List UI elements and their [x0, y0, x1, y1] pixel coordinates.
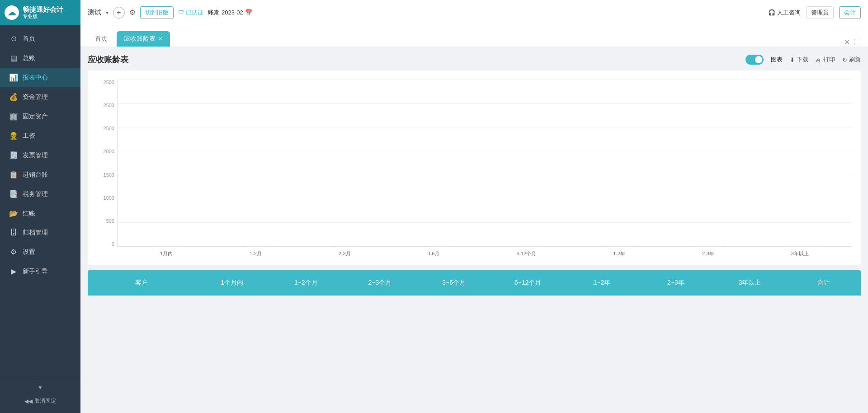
- sidebar-item-home[interactable]: ⊙ 首页: [0, 29, 80, 48]
- print-icon: 🖨: [816, 56, 821, 63]
- th-6-12m: 6~12个月: [491, 279, 565, 287]
- tab-close-all-btn[interactable]: ✕: [844, 38, 850, 47]
- topbar: 测试 ▾ + ⚙ 切到旧版 🛡 已认证 账期 2023-02 📅 🎧 人工咨询 …: [80, 0, 868, 25]
- chart-toggle-label: 图表: [771, 56, 783, 64]
- purchase-sales-icon: 📋: [9, 170, 18, 179]
- payroll-icon: 👷: [9, 131, 18, 140]
- cancel-fixed-btn[interactable]: ◀◀ 取消固定: [0, 394, 80, 408]
- cert-text: 已认证: [186, 9, 203, 17]
- sidebar-item-label: 资金管理: [23, 93, 48, 101]
- tab-close-btn[interactable]: ✕: [158, 36, 163, 42]
- refresh-btn[interactable]: ↻ 刷新: [842, 56, 861, 64]
- download-icon: ⬇: [790, 56, 795, 63]
- sidebar-item-ledger[interactable]: ▤ 总账: [0, 48, 80, 68]
- refresh-icon: ↻: [842, 56, 847, 63]
- sidebar-item-reports[interactable]: 📊 报表中心: [0, 68, 80, 87]
- switch-version-btn[interactable]: 切到旧版: [140, 6, 174, 19]
- ledger-icon: ▤: [9, 54, 18, 62]
- tab-receivable-aging[interactable]: 应收账龄表 ✕: [117, 31, 170, 47]
- cert-status: 🛡 已认证: [178, 9, 203, 17]
- download-btn[interactable]: ⬇ 下载: [790, 56, 808, 64]
- bars-container: [118, 80, 852, 246]
- assets-icon: 🏢: [9, 112, 18, 121]
- sidebar-item-closing[interactable]: 📂 结账: [0, 204, 80, 223]
- sidebar-item-label: 总账: [23, 54, 35, 62]
- reports-icon: 📊: [9, 73, 18, 82]
- bar-group-3-6m: [426, 246, 453, 246]
- sidebar-item-guide[interactable]: ▶ 新手引导: [0, 262, 80, 281]
- bar-group-2-3m: [335, 246, 362, 246]
- sidebar-item-funds[interactable]: 💰 资金管理: [0, 87, 80, 107]
- app-logo-icon: ☁: [5, 5, 19, 20]
- company-dropdown-btn[interactable]: ▾: [106, 9, 108, 16]
- bar-1-2m: [245, 246, 272, 246]
- manager-btn[interactable]: 管理员: [806, 6, 834, 19]
- consult-btn[interactable]: 🎧 人工咨询: [768, 9, 801, 17]
- funds-icon: 💰: [9, 93, 18, 101]
- tax-icon: 📑: [9, 190, 18, 198]
- sidebar-item-purchase-sales[interactable]: 📋 进销台账: [0, 165, 80, 184]
- th-customer: 客户: [88, 279, 195, 287]
- sidebar-item-label: 工资: [23, 132, 35, 140]
- sidebar-item-payroll[interactable]: 👷 工资: [0, 126, 80, 145]
- sidebar-item-label: 首页: [23, 35, 35, 43]
- bar-3plus: [788, 246, 816, 246]
- archive-icon: 🗄: [9, 229, 18, 237]
- sidebar-item-settings[interactable]: ⚙ 设置: [0, 242, 80, 262]
- bar-group-2-3y: [698, 246, 725, 246]
- company-name: 测试: [88, 8, 101, 17]
- bar-1-2y: [607, 246, 634, 246]
- sidebar-nav: ⊙ 首页 ▤ 总账 📊 报表中心 💰 资金管理 🏢 固定资产 👷 工资: [0, 25, 80, 377]
- sidebar-item-assets[interactable]: 🏢 固定资产: [0, 107, 80, 126]
- print-btn[interactable]: 🖨 打印: [816, 56, 835, 64]
- app-name: 畅捷通好会计 专业版: [23, 5, 63, 19]
- tab-home[interactable]: 首页: [88, 31, 115, 47]
- sidebar-item-archive[interactable]: 🗄 归档管理: [0, 223, 80, 242]
- scroll-down-btn[interactable]: ▼: [0, 382, 80, 394]
- th-1-2m: 1~2个月: [269, 279, 343, 287]
- sidebar-item-label: 发票管理: [23, 151, 48, 160]
- consult-label: 人工咨询: [777, 9, 801, 17]
- bar-1m: [154, 246, 181, 246]
- accounting-period: 账期 2023-02 📅: [208, 9, 252, 17]
- th-1-2y: 1~2年: [565, 279, 639, 287]
- main-area: 测试 ▾ + ⚙ 切到旧版 🛡 已认证 账期 2023-02 📅 🎧 人工咨询 …: [80, 0, 868, 413]
- add-company-btn[interactable]: +: [113, 7, 125, 19]
- sidebar-item-tax[interactable]: 📑 税务管理: [0, 184, 80, 204]
- accountant-btn[interactable]: 会计: [839, 6, 861, 19]
- bar-3-6m: [426, 246, 453, 246]
- period-value: 2023-02: [222, 9, 243, 16]
- y-axis: 2500 2500 2500 2000 1500 1000 500 0: [97, 80, 117, 247]
- bar-group-1-2m: [245, 246, 272, 246]
- page-header: 应收账龄表 图表 ⬇ 下载 🖨 打印 ↻ 刷新: [88, 54, 861, 65]
- settings-icon: ⚙: [9, 248, 18, 256]
- chart-container: 2500 2500 2500 2000 1500 1000 500 0: [88, 70, 861, 265]
- company-settings-btn[interactable]: ⚙: [129, 8, 136, 17]
- invoice-icon: 🧾: [9, 151, 18, 160]
- th-total: 合计: [787, 279, 861, 287]
- bar-group-1-2y: [607, 246, 634, 246]
- bar-group-1m: [154, 246, 181, 246]
- home-icon: ⊙: [9, 34, 18, 43]
- x-axis: 1月内 1-2月 2-3月 3-6月 6-12个月 1-2年 2-3年 3年以上: [117, 247, 852, 260]
- sidebar-item-label: 固定资产: [23, 113, 48, 121]
- page-actions: 图表 ⬇ 下载 🖨 打印 ↻ 刷新: [745, 55, 861, 65]
- th-2-3y: 2~3年: [639, 279, 713, 287]
- bar-2-3y: [698, 246, 725, 246]
- sidebar-item-label: 进销台账: [23, 171, 48, 179]
- tab-expand-btn[interactable]: ⛶: [854, 38, 861, 47]
- table-header: 客户 1个月内 1~2个月 2~3个月 3~6个月 6~12个月 1~2年 2~…: [88, 270, 861, 296]
- consult-icon: 🎧: [768, 9, 775, 16]
- closing-icon: 📂: [9, 209, 18, 218]
- calendar-icon[interactable]: 📅: [245, 9, 252, 16]
- tabbar: 首页 应收账龄表 ✕ ✕ ⛶: [80, 25, 868, 47]
- bar-group-3plus: [788, 246, 816, 246]
- content-area: 应收账龄表 图表 ⬇ 下载 🖨 打印 ↻ 刷新: [80, 47, 868, 413]
- sidebar-bottom: ▼ ◀◀ 取消固定: [0, 377, 80, 413]
- chart-plot-area: [117, 80, 852, 247]
- sidebar-item-invoice[interactable]: 🧾 发票管理: [0, 145, 80, 165]
- sidebar-item-label: 设置: [23, 248, 35, 256]
- chart-toggle[interactable]: [745, 55, 764, 65]
- topbar-right: 🎧 人工咨询 管理员 会计: [768, 6, 861, 19]
- sidebar-item-label: 报表中心: [23, 74, 48, 82]
